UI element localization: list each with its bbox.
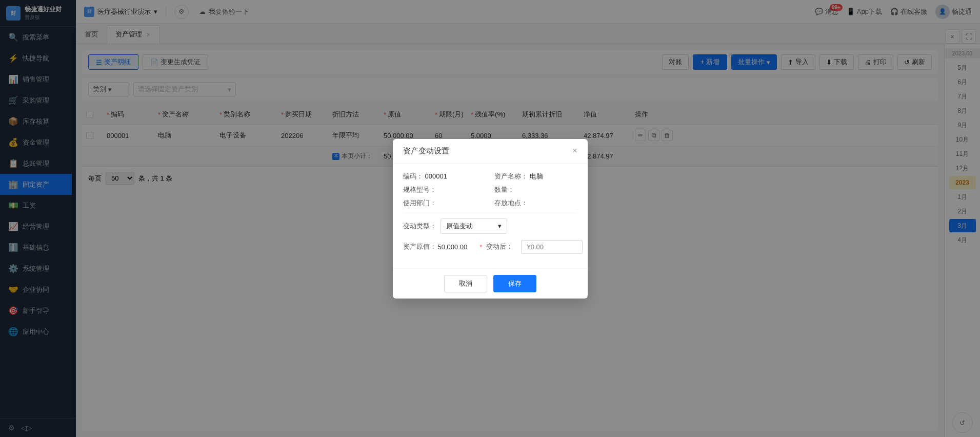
modal-title: 资产变动设置 bbox=[403, 146, 449, 156]
modal-asset-name-field: 资产名称： 电脑 bbox=[494, 172, 577, 181]
modal-info-row-1: 编码： 000001 资产名称： 电脑 bbox=[403, 172, 577, 181]
modal-original-value-row: 资产原值： 50,000.00 * 变动后： bbox=[403, 240, 577, 254]
cancel-button[interactable]: 取消 bbox=[444, 275, 487, 292]
asset-change-modal: 资产变动设置 × 编码： 000001 资产名称： 电脑 规格型号： bbox=[393, 139, 588, 299]
modal-quantity-field: 数量： bbox=[494, 185, 577, 194]
modal-close-button[interactable]: × bbox=[572, 146, 577, 155]
modal-body: 编码： 000001 资产名称： 电脑 规格型号： 数量： bbox=[393, 164, 588, 268]
modal-overlay[interactable]: 资产变动设置 × 编码： 000001 资产名称： 电脑 规格型号： bbox=[0, 0, 980, 437]
modal-code-field: 编码： 000001 bbox=[403, 172, 486, 181]
modal-info-row-3: 使用部门： 存放地点： bbox=[403, 198, 577, 208]
after-value-input[interactable] bbox=[521, 240, 583, 254]
change-type-select[interactable]: 原值变动 ▾ bbox=[441, 218, 507, 234]
modal-divider bbox=[403, 213, 577, 213]
select-arrow-icon: ▾ bbox=[498, 222, 502, 230]
modal-dept-field: 使用部门： bbox=[403, 198, 486, 208]
modal-location-field: 存放地点： bbox=[494, 198, 577, 208]
save-button[interactable]: 保存 bbox=[493, 275, 536, 292]
modal-footer: 取消 保存 bbox=[393, 268, 588, 299]
modal-spec-field: 规格型号： bbox=[403, 185, 486, 194]
modal-change-type-row: 变动类型： 原值变动 ▾ bbox=[403, 218, 577, 234]
modal-header: 资产变动设置 × bbox=[393, 139, 588, 164]
modal-info-row-2: 规格型号： 数量： bbox=[403, 185, 577, 194]
